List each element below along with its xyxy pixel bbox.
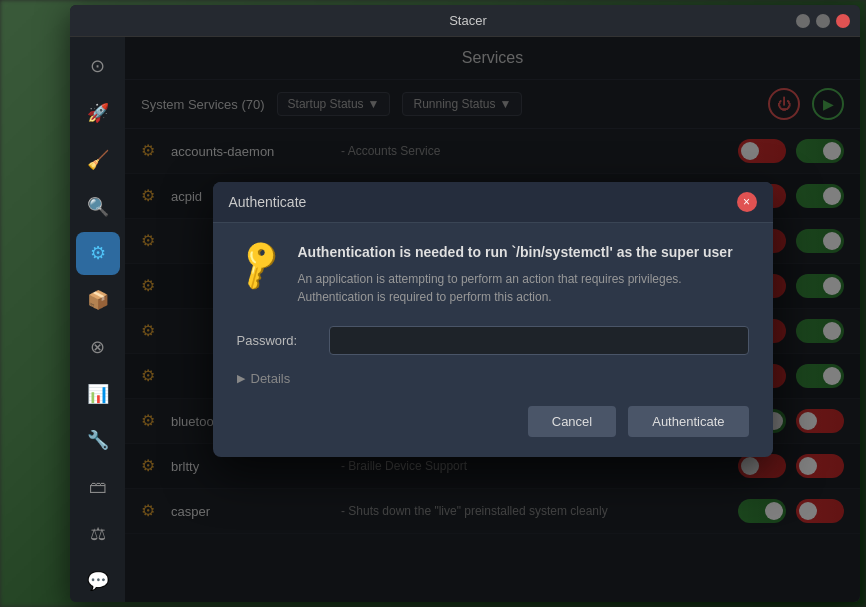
search-icon: 🔍: [87, 196, 109, 218]
modal-overlay: Authenticate × 🔑 Authentication is neede…: [125, 37, 860, 602]
authenticate-button[interactable]: Authenticate: [628, 406, 748, 437]
sidebar-item-startup[interactable]: 🚀: [76, 92, 120, 135]
resources-icon: ⊗: [90, 336, 105, 358]
authenticate-modal: Authenticate × 🔑 Authentication is neede…: [213, 182, 773, 458]
sidebar: ⊙ 🚀 🧹 🔍 ⚙ 📦 ⊗ 📊 🔧: [70, 37, 125, 602]
title-bar: Stacer – □ ×: [70, 5, 860, 37]
details-row[interactable]: ▶ Details: [237, 371, 749, 386]
minimize-button[interactable]: –: [796, 14, 810, 28]
modal-actions: Cancel Authenticate: [237, 406, 749, 437]
close-button[interactable]: ×: [836, 14, 850, 28]
services-icon: ⚙: [90, 242, 106, 264]
modal-title: Authenticate: [229, 194, 307, 210]
dashboard-icon: ⊙: [90, 55, 105, 77]
sidebar-item-disk[interactable]: 📊: [76, 372, 120, 415]
password-label: Password:: [237, 333, 317, 348]
sidebar-item-cleaner[interactable]: 🧹: [76, 139, 120, 182]
sidebar-item-resources[interactable]: ⊗: [76, 326, 120, 369]
modal-text-block: Authentication is needed to run `/bin/sy…: [298, 243, 749, 307]
modal-subtext: An application is attempting to perform …: [298, 270, 749, 306]
modal-body: 🔑 Authentication is needed to run `/bin/…: [213, 223, 773, 458]
main-window: Stacer – □ × ⊙ 🚀 🧹 🔍 ⚙ 📦: [70, 5, 860, 602]
cancel-button[interactable]: Cancel: [528, 406, 616, 437]
sidebar-item-uninstaller[interactable]: 📦: [76, 279, 120, 322]
cleaner-icon: 🧹: [87, 149, 109, 171]
sidebar-item-services[interactable]: ⚙: [76, 232, 120, 275]
window-title: Stacer: [140, 13, 796, 28]
sidebar-item-tools[interactable]: 🔧: [76, 419, 120, 462]
sidebar-item-terminal[interactable]: 💬: [76, 559, 120, 602]
packages-icon: 🗃: [89, 477, 107, 498]
sidebar-item-dashboard[interactable]: ⊙: [76, 45, 120, 88]
details-label: Details: [251, 371, 291, 386]
password-input[interactable]: [329, 326, 749, 355]
sidebar-item-equalizer[interactable]: ⚖: [76, 513, 120, 556]
modal-header-row: 🔑 Authentication is needed to run `/bin/…: [237, 243, 749, 307]
tools-icon: 🔧: [87, 429, 109, 451]
startup-icon: 🚀: [87, 102, 109, 124]
key-icon: 🔑: [229, 234, 289, 293]
uninstaller-icon: 📦: [87, 289, 109, 311]
window-controls: – □ ×: [796, 14, 850, 28]
equalizer-icon: ⚖: [90, 523, 106, 545]
modal-heading: Authentication is needed to run `/bin/sy…: [298, 243, 749, 263]
details-arrow-icon: ▶: [237, 372, 245, 385]
terminal-icon: 💬: [87, 570, 109, 592]
sidebar-item-search[interactable]: 🔍: [76, 185, 120, 228]
modal-title-bar: Authenticate ×: [213, 182, 773, 223]
maximize-button[interactable]: □: [816, 14, 830, 28]
disk-icon: 📊: [87, 383, 109, 405]
modal-form-row: Password:: [237, 326, 749, 355]
content-area: Services System Services (70) Startup St…: [125, 37, 860, 602]
sidebar-item-packages[interactable]: 🗃: [76, 466, 120, 509]
modal-close-button[interactable]: ×: [737, 192, 757, 212]
